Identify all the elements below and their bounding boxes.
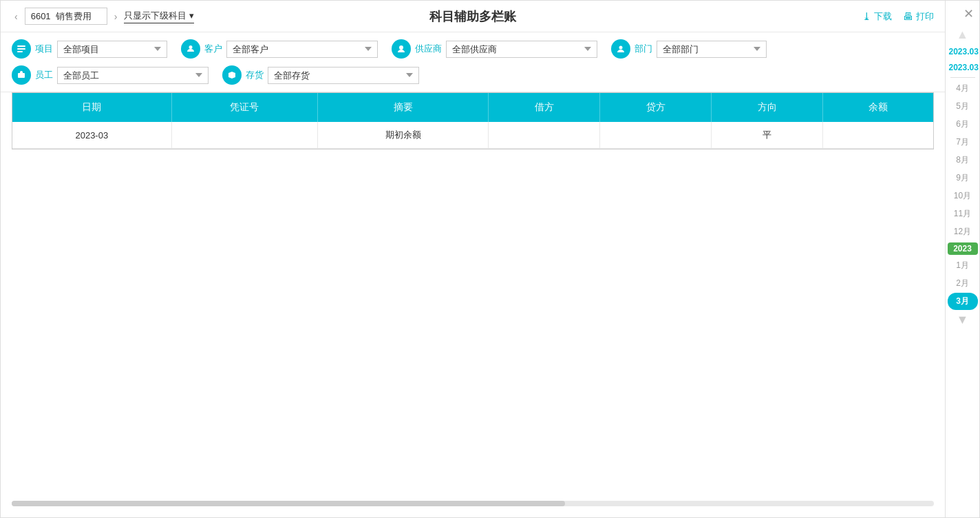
sidebar-month-7[interactable]: 7月	[948, 134, 978, 151]
filter-inventory: 存货 全部存货	[222, 65, 419, 85]
show-sub-arrow: ▾	[189, 10, 194, 21]
sidebar-year-badge: 2023	[948, 242, 978, 255]
sidebar-period-2[interactable]: 2023.03	[948, 60, 978, 75]
sidebar-month-10[interactable]: 10月	[948, 187, 978, 205]
cell-credit	[600, 122, 712, 149]
employee-select[interactable]: 全部员工	[57, 67, 209, 84]
sidebar-up-arrow[interactable]: ▲	[954, 25, 972, 43]
employee-icon	[12, 65, 31, 85]
print-label: 打印	[916, 10, 934, 23]
cell-balance	[823, 122, 933, 149]
print-button[interactable]: 🖶 打印	[903, 10, 934, 23]
scroll-bar-container	[1, 501, 945, 506]
download-icon: ⤓	[862, 10, 871, 23]
col-summary: 摘要	[318, 93, 489, 122]
filter-supplier: 供应商 全部供应商	[392, 39, 597, 59]
department-label: 部门	[635, 43, 652, 55]
sidebar-month-12[interactable]: 12月	[948, 223, 978, 240]
account-code-input[interactable]	[25, 8, 107, 25]
col-balance: 余额	[823, 93, 933, 122]
sidebar-month-6[interactable]: 6月	[948, 116, 978, 133]
page-title: 科目辅助多栏账	[429, 8, 516, 25]
project-label: 项目	[35, 43, 53, 55]
header: ‹ › 只显示下级科目 ▾ 科目辅助多栏账 ⤓ 下载 🖶 打印	[1, 1, 945, 32]
table-container: 日期 凭证号 摘要 借方 贷方 方向 余额 2023-03 期初余额	[12, 92, 934, 149]
svg-rect-2	[17, 51, 23, 52]
inventory-label: 存货	[246, 69, 264, 81]
cell-date: 2023-03	[12, 122, 171, 149]
sidebar-month-4[interactable]: 4月	[948, 80, 978, 97]
department-select[interactable]: 全部部门	[657, 41, 767, 58]
project-select[interactable]: 全部项目	[57, 41, 167, 58]
sidebar-month-1[interactable]: 1月	[948, 257, 978, 274]
main-container: ✕ ▲ 2023.03 2023.03 4月 5月 6月 7月 8月 9月 10…	[0, 0, 980, 518]
download-button[interactable]: ⤓ 下载	[862, 10, 892, 23]
svg-rect-1	[17, 48, 25, 50]
scroll-bar-thumb[interactable]	[12, 501, 565, 506]
svg-rect-0	[17, 45, 25, 47]
sidebar-month-11[interactable]: 11月	[948, 205, 978, 222]
cell-summary: 期初余额	[318, 122, 489, 149]
svg-point-3	[399, 45, 403, 50]
table-header-row: 日期 凭证号 摘要 借方 贷方 方向 余额	[12, 93, 933, 122]
cell-direction: 平	[712, 122, 823, 149]
sidebar-period-1[interactable]: 2023.03	[948, 44, 978, 59]
filter-employee: 员工 全部员工	[12, 65, 209, 85]
sidebar-down-arrow[interactable]: ▼	[954, 311, 972, 329]
inventory-select[interactable]: 全部存货	[268, 67, 419, 84]
nav-area: ‹ › 只显示下级科目 ▾	[12, 8, 194, 25]
customer-select[interactable]: 全部客户	[226, 41, 378, 58]
project-icon	[12, 39, 31, 59]
customer-label: 客户	[204, 43, 222, 55]
supplier-icon	[392, 39, 411, 59]
svg-point-4	[619, 46, 623, 50]
supplier-select[interactable]: 全部供应商	[446, 41, 597, 58]
col-direction: 方向	[712, 93, 823, 122]
prev-account-button[interactable]: ‹	[12, 10, 21, 23]
next-account-button[interactable]: ›	[111, 10, 120, 23]
scroll-bar-track[interactable]	[12, 501, 934, 506]
show-sub-label: 只显示下级科目	[124, 10, 187, 22]
cell-voucher	[171, 122, 317, 149]
header-actions: ⤓ 下载 🖶 打印	[862, 10, 934, 23]
show-sub-dropdown[interactable]: 只显示下级科目 ▾	[124, 10, 194, 23]
data-table: 日期 凭证号 摘要 借方 贷方 方向 余额 2023-03 期初余额	[12, 93, 933, 149]
filter-area: 项目 全部项目 客户 全部客户 供应商 全	[1, 32, 945, 92]
close-button[interactable]: ✕	[963, 6, 974, 21]
sidebar-month-9[interactable]: 9月	[948, 169, 978, 187]
col-date: 日期	[12, 93, 171, 122]
svg-rect-5	[18, 73, 25, 78]
customer-icon	[181, 39, 200, 59]
filter-customer: 客户 全部客户	[181, 39, 378, 59]
col-voucher: 凭证号	[171, 93, 317, 122]
sidebar-month-3-active[interactable]: 3月	[948, 293, 978, 310]
right-sidebar: ✕ ▲ 2023.03 2023.03 4月 5月 6月 7月 8月 9月 10…	[945, 1, 979, 517]
col-debit: 借方	[489, 93, 600, 122]
table-row[interactable]: 2023-03 期初余额 平	[12, 122, 933, 149]
sidebar-month-2[interactable]: 2月	[948, 275, 978, 292]
print-icon: 🖶	[903, 10, 913, 22]
filter-department: 部门 全部部门	[611, 39, 767, 59]
filter-project: 项目 全部项目	[12, 39, 167, 59]
inventory-icon	[222, 65, 242, 85]
content-area: ‹ › 只显示下级科目 ▾ 科目辅助多栏账 ⤓ 下载 🖶 打印	[1, 1, 945, 149]
employee-label: 员工	[35, 69, 53, 81]
col-credit: 贷方	[600, 93, 712, 122]
cell-debit	[489, 122, 600, 149]
department-icon	[611, 39, 630, 59]
sidebar-month-8[interactable]: 8月	[948, 152, 978, 169]
supplier-label: 供应商	[415, 43, 442, 55]
download-label: 下载	[874, 10, 892, 23]
sidebar-month-5[interactable]: 5月	[948, 98, 978, 115]
